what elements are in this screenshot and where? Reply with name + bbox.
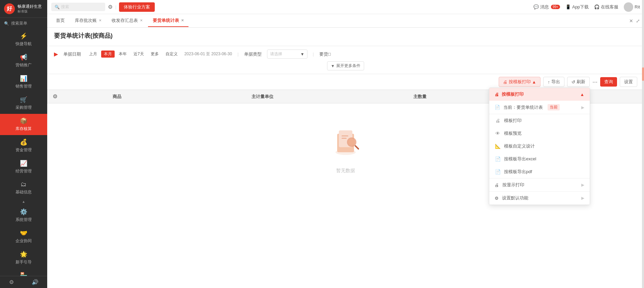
tab-home[interactable]: 首页 <box>51 15 69 27</box>
sidebar-logo: 好 畅康通好生意 标准版 <box>0 0 47 18</box>
sidebar-item-basic[interactable]: 🗂 基础信息 <box>0 178 47 198</box>
template-design-icon: 📐 <box>495 143 501 149</box>
tab-batch-account-close[interactable]: ✕ <box>99 19 101 22</box>
quick-nav-icon: ⚡ <box>20 32 27 40</box>
sidebar-item-appstore[interactable]: 🏪 应用中心 <box>0 268 47 276</box>
sidebar-item-system[interactable]: ⚙️ 系统管理 <box>0 205 47 226</box>
sidebar-nav: ⚡ 快捷导航 📢 营销推广 📊 销售管理 🛒 采购管理 📦 库存核算 💰 资金管… <box>0 29 47 276</box>
query-btn[interactable]: 查询 <box>600 77 617 87</box>
page-title: 要货单统计表(按商品) <box>54 32 637 40</box>
template-preview-icon: 👁 <box>495 131 501 136</box>
export-btn[interactable]: ↑ 导出 <box>543 77 564 87</box>
app-logo-icon: 好 <box>4 3 15 14</box>
sidebar-audio-icon[interactable]: 🔊 <box>32 279 38 285</box>
col-unit: 主计量单位 <box>172 90 353 103</box>
sidebar-item-marketing[interactable]: 📢 营销推广 <box>0 50 47 71</box>
topbar-search[interactable]: 🔍 搜索 <box>51 3 105 11</box>
right-scrollbar[interactable] <box>642 0 644 288</box>
date-label: 单据日期 <box>63 51 81 57</box>
dropdown-section-display-print: 🖨 按显示打印 ▶ <box>489 179 590 192</box>
page-header: 要货单统计表(按商品) <box>47 28 644 46</box>
notification-btn[interactable]: 💬 消息 99+ <box>533 4 560 10</box>
date-opt-custom[interactable]: 自定义 <box>163 51 180 58</box>
action-bar: 🖨 按模板打印 ▲ ↑ 导出 ↺ 刷新 ··· 查询 设置 🖨 按模板打印 <box>47 74 644 90</box>
sidebar-bottom: ⚙ 🔊 <box>0 276 47 288</box>
tab-order-stats[interactable]: 要货单统计表 ✕ <box>148 15 188 27</box>
expand-more-row: ▼ 展开更多条件 <box>54 61 637 70</box>
search-icon: 🔍 <box>4 21 9 26</box>
filter-row: ▶ 单据日期 上月 本月 本年 近7天 更多 自定义 2023-06-01 至 … <box>54 50 637 59</box>
doc-type-select[interactable]: 请选择 ▼ <box>267 50 308 59</box>
tabbar-actions: ✕ ⤢ <box>629 18 640 24</box>
dropdown-collapse-icon[interactable]: ▲ <box>580 92 584 97</box>
enterprise-icon: 🤝 <box>20 229 27 237</box>
system-icon: ⚙️ <box>20 208 27 216</box>
sidebar-item-quick-nav[interactable]: ⚡ 快捷导航 <box>0 29 47 50</box>
tab-receipt-summary-close[interactable]: ✕ <box>140 19 143 22</box>
default-fn-row[interactable]: ⚙ 设置默认功能 ▶ <box>489 192 590 204</box>
finance-icon: 💰 <box>20 138 27 146</box>
print-template-btn[interactable]: 🖨 按模板打印 ▲ <box>499 77 541 87</box>
current-template-chevron: ▶ <box>581 105 584 110</box>
empty-icon <box>329 124 362 164</box>
date-opt-last-month[interactable]: 上月 <box>86 51 100 58</box>
print-chevron-up: ▲ <box>532 79 536 85</box>
trial-btn[interactable]: 体验行业方案 <box>119 2 155 12</box>
current-template-row[interactable]: 📄 当前：要货单统计表 当前 ▶ <box>489 101 590 114</box>
tab-expand-icon[interactable]: ⤢ <box>636 18 640 24</box>
svg-rect-7 <box>342 138 347 139</box>
user-avatar[interactable]: Rit <box>624 2 640 12</box>
display-print-row[interactable]: 🖨 按显示打印 ▶ <box>489 179 590 191</box>
app-name: 畅康通好生意 标准版 <box>18 4 42 14</box>
topbar-gear-icon[interactable]: ⚙ <box>108 4 113 10</box>
date-range-display: 2023-06-01 至 2023-06-30 <box>184 51 232 57</box>
col-product: 商品 <box>63 90 172 103</box>
dropdown-item-template-preview[interactable]: 👁 模板预览 <box>489 127 590 140</box>
sales-icon: 📊 <box>20 75 27 82</box>
tab-batch-account[interactable]: 库存批次账 ✕ <box>70 15 106 27</box>
print-icon: 🖨 <box>503 79 507 85</box>
dropdown-item-template-design[interactable]: 📐 模板自定义设计 <box>489 140 590 153</box>
table-gear-icon[interactable]: ⚙ <box>53 94 57 99</box>
tab-close-all-icon[interactable]: ✕ <box>629 18 633 24</box>
sidebar-item-purchase[interactable]: 🛒 采购管理 <box>0 93 47 114</box>
dropdown-header: 🖨 按模板打印 ▲ <box>489 88 590 101</box>
expand-icon: ▼ <box>331 64 335 68</box>
date-opt-this-month[interactable]: 本月 <box>101 51 115 58</box>
online-service-btn[interactable]: 🎧 在线客服 <box>594 4 618 10</box>
sidebar-item-enterprise[interactable]: 🤝 企业协同 <box>0 226 47 247</box>
doc-type-chevron: ▼ <box>300 52 304 57</box>
dropdown-item-template-print[interactable]: 🖨 模板打印 <box>489 114 590 127</box>
export-icon: ↑ <box>548 79 550 85</box>
sidebar-item-newbie[interactable]: 🌟 新手引导 <box>0 247 47 268</box>
date-opt-7days[interactable]: 近7天 <box>131 51 147 58</box>
refresh-btn[interactable]: ↺ 刷新 <box>567 77 590 87</box>
svg-point-4 <box>348 139 355 146</box>
purchase-icon: 🛒 <box>20 96 27 103</box>
sidebar-item-operations[interactable]: 📈 经营管理 <box>0 156 47 178</box>
right-scrollbar-thumb[interactable] <box>642 67 644 81</box>
dropdown-item-export-pdf[interactable]: 📄 按模板导出pdf <box>489 165 590 178</box>
sidebar-search[interactable]: 🔍 搜索菜单 <box>0 18 47 29</box>
tab-order-stats-close[interactable]: ✕ <box>181 19 184 22</box>
app-download-btn[interactable]: 📱 App下载 <box>565 4 589 10</box>
sidebar-item-finance[interactable]: 💰 资金管理 <box>0 135 47 156</box>
sidebar-item-sales[interactable]: 📊 销售管理 <box>0 71 47 93</box>
dropdown-item-export-excel[interactable]: 📄 按模板导出excel <box>489 153 590 165</box>
marketing-icon: 📢 <box>20 54 27 61</box>
settings-btn[interactable]: 设置 <box>620 77 637 87</box>
appstore-icon: 🏪 <box>20 272 27 276</box>
filter-bar: ▶ 单据日期 上月 本月 本年 近7天 更多 自定义 2023-06-01 至 … <box>47 46 644 74</box>
sidebar-scroll-up[interactable]: ▲ <box>0 198 47 205</box>
print-dropdown: 🖨 按模板打印 ▲ 📄 当前：要货单统计表 当前 ▶ <box>489 88 590 205</box>
date-opt-more[interactable]: 更多 <box>148 51 162 58</box>
sidebar-item-inventory[interactable]: 📦 库存核算 <box>0 114 47 135</box>
date-opt-this-year[interactable]: 本年 <box>116 51 129 58</box>
tab-receipt-summary[interactable]: 收发存汇总表 ✕ <box>107 15 147 27</box>
default-fn-chevron: ▶ <box>581 196 584 200</box>
more-options-btn[interactable]: ··· <box>592 78 597 86</box>
empty-text: 暂无数据 <box>336 168 355 174</box>
filter-expand-arrow[interactable]: ▶ <box>54 51 58 57</box>
expand-more-btn[interactable]: ▼ 展开更多条件 <box>327 61 364 70</box>
sidebar-settings-icon[interactable]: ⚙ <box>9 279 14 285</box>
